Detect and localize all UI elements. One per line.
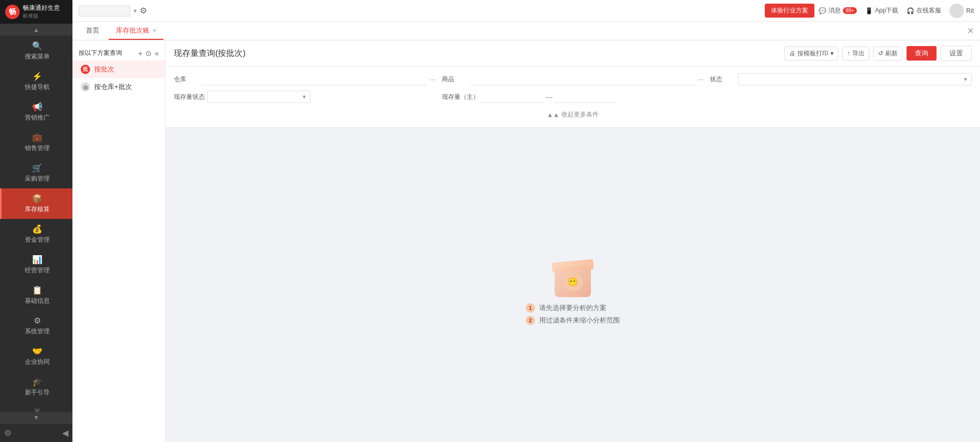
panel-header-title: 按以下方案查询	[79, 49, 122, 57]
sidebar-item-label: 新手引导	[25, 388, 50, 397]
export-icon: ↑	[847, 50, 850, 57]
guide-icon: 🎓	[32, 377, 42, 387]
system-icon: ⚙	[34, 316, 41, 326]
topbar-breadcrumb: ▾ ⚙	[79, 5, 761, 17]
tab-home[interactable]: 首页	[79, 22, 107, 40]
panel-header-actions: + ⊙ «	[138, 49, 159, 57]
app-info: 畅康通好生意 标准版	[23, 4, 60, 20]
tab-inventory-batch-close[interactable]: ×	[153, 27, 156, 34]
refresh-btn[interactable]: ↺ 刷新	[873, 47, 902, 61]
goods-field: 商品 ···	[442, 73, 704, 85]
plan-item-batch[interactable]: 批 按批次	[72, 61, 165, 78]
tabbar: 首页 库存批次账 × ✕	[72, 22, 980, 40]
user-name: Rit	[966, 7, 974, 14]
status-dropdown[interactable]: ▾	[738, 73, 972, 85]
sidebar-footer: ⚙ ◀	[0, 423, 72, 442]
plan-item-label: 按仓库+批次	[94, 82, 132, 92]
warehouse-input[interactable]	[202, 73, 427, 85]
print-btn[interactable]: 🖨 按模板打印 ▾	[784, 47, 838, 61]
footer-settings-icon[interactable]: ⚙	[4, 428, 11, 438]
plan-item-label: 按批次	[94, 65, 114, 74]
app-download-action[interactable]: 📱 App下载	[865, 6, 898, 15]
refresh-icon: ↺	[878, 50, 883, 57]
settings-btn[interactable]: 设置	[941, 46, 972, 61]
sidebar-item-search[interactable]: 🔍 搜索菜单	[0, 36, 72, 66]
message-icon: 💬	[819, 7, 826, 14]
empty-illustration: 😶	[547, 245, 599, 297]
tab-actions: ✕	[967, 26, 974, 36]
basic-info-icon: 📋	[32, 285, 42, 295]
headset-icon: 🎧	[907, 7, 914, 14]
left-panel: 按以下方案查询 + ⊙ « 批 按批次 ◎ 按仓库+批次	[72, 40, 166, 442]
sidebar-item-basic-info[interactable]: 📋 基础信息	[0, 280, 72, 311]
sidebar-item-marketing[interactable]: 📢 营销推广	[0, 97, 72, 127]
topbar-right: 💬 消息 99+ 📱 App下载 🎧 在线客服 Rit	[819, 4, 974, 18]
page-actions: 🖨 按模板打印 ▾ ↑ 导出 ↺ 刷新 查询 设置	[784, 46, 972, 61]
sales-icon: 💼	[32, 132, 42, 142]
topbar: ▾ ⚙ 体验行业方案 💬 消息 99+ 📱 App下载 🎧 在线客服 Rit	[72, 0, 980, 22]
goods-input[interactable]	[470, 73, 695, 85]
sidebar-item-shortcut[interactable]: ⚡ 快捷导航	[0, 66, 72, 97]
online-service-label: 在线客服	[916, 6, 941, 15]
sidebar-scroll-down[interactable]: ▼	[0, 412, 72, 423]
sidebar-item-label: 搜索菜单	[25, 52, 50, 61]
tip-text-1: 请先选择要分析的方案	[539, 303, 606, 313]
plan-item-warehouse-batch[interactable]: ◎ 按仓库+批次	[72, 78, 165, 96]
tab-inventory-batch[interactable]: 库存批次账 ×	[109, 22, 164, 40]
plan-icon-warehouse-batch: ◎	[81, 82, 90, 92]
stock-qty-from-input[interactable]	[481, 91, 543, 103]
breadcrumb-arrow-icon[interactable]: ▾	[133, 7, 137, 14]
sidebar-item-appstore[interactable]: 📱 应用中心	[0, 402, 72, 412]
panel-collapse-icon[interactable]: «	[155, 49, 159, 57]
add-plan-icon[interactable]: +	[138, 49, 142, 57]
print-icon: 🖨	[789, 50, 795, 57]
filter-area: 仓库 ··· 商品 ··· 状态 ▾	[166, 67, 980, 128]
purchase-icon: 🛒	[32, 163, 42, 173]
shortcut-icon: ⚡	[32, 71, 42, 81]
stock-status-label: 现存量状态	[174, 93, 205, 101]
content-area: 按以下方案查询 + ⊙ « 批 按批次 ◎ 按仓库+批次 现存量查询(按批次)	[72, 40, 980, 442]
footer-collapse-icon[interactable]: ◀	[62, 428, 68, 438]
breadcrumb-input[interactable]	[79, 5, 130, 17]
stock-qty-separator: —	[545, 93, 553, 101]
query-btn[interactable]: 查询	[907, 46, 937, 61]
stock-qty-to-input[interactable]	[555, 91, 617, 103]
try-industry-btn[interactable]: 体验行业方案	[765, 4, 814, 18]
sidebar-item-label: 经营管理	[25, 266, 50, 275]
sidebar-item-sales[interactable]: 💼 销售管理	[0, 127, 72, 158]
sidebar-item-label: 系统管理	[25, 327, 50, 336]
empty-face: 😶	[562, 273, 583, 291]
status-dropdown-icon: ▾	[964, 76, 967, 83]
goods-label: 商品	[442, 75, 468, 84]
panel-header: 按以下方案查询 + ⊙ «	[72, 46, 165, 61]
sidebar-item-label: 营销推广	[25, 113, 50, 122]
collapse-more-btn[interactable]: ▲▲ 收起更多条件	[547, 108, 599, 121]
sidebar-item-inventory[interactable]: 📦 库存核算	[0, 188, 72, 219]
page-titlebar: 现存量查询(按批次) 🖨 按模板打印 ▾ ↑ 导出 ↺ 刷新	[166, 40, 980, 67]
sidebar-scroll-up[interactable]: ▲	[0, 24, 72, 36]
sidebar-item-label: 企业协同	[25, 358, 50, 366]
topbar-gear-icon[interactable]: ⚙	[140, 6, 147, 16]
sidebar-item-system[interactable]: ⚙ 系统管理	[0, 311, 72, 341]
stock-status-dropdown[interactable]: ▾	[207, 91, 310, 103]
empty-tip-1: 1 请先选择要分析的方案	[526, 303, 620, 313]
export-btn[interactable]: ↑ 导出	[842, 47, 869, 61]
sidebar-item-operations[interactable]: 📊 经营管理	[0, 249, 72, 280]
user-avatar-action[interactable]: Rit	[949, 4, 974, 18]
sidebar-item-enterprise[interactable]: 🤝 企业协同	[0, 341, 72, 372]
tab-close-all-btn[interactable]: ✕	[967, 26, 974, 36]
sidebar-item-guide[interactable]: 🎓 新手引导	[0, 372, 72, 402]
warehouse-dots[interactable]: ···	[429, 75, 436, 83]
phone-icon: 📱	[865, 7, 873, 14]
goods-dots[interactable]: ···	[697, 75, 704, 83]
plan-settings-icon[interactable]: ⊙	[145, 49, 152, 57]
online-service-action[interactable]: 🎧 在线客服	[907, 6, 941, 15]
filter-row-2: 现存量状态 ▾ 现存量（主） —	[174, 91, 972, 103]
messages-action[interactable]: 💬 消息 99+	[819, 6, 857, 15]
empty-tips: 1 请先选择要分析的方案 2 用过滤条件来缩小分析范围	[526, 303, 620, 325]
sidebar-item-finance[interactable]: 💰 资金管理	[0, 219, 72, 249]
plan-icon-batch: 批	[81, 65, 90, 74]
print-dropdown-icon[interactable]: ▾	[830, 50, 834, 57]
sidebar-item-purchase[interactable]: 🛒 采购管理	[0, 158, 72, 188]
appstore-icon: 📱	[32, 407, 42, 412]
